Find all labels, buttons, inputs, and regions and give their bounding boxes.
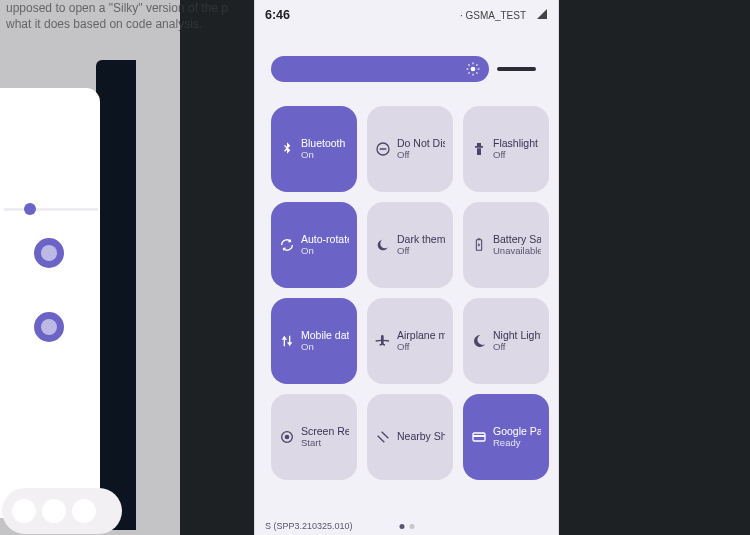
signal-icon [536,8,548,22]
tile-label: Do Not Distu [397,138,445,150]
footer-row: S (SPP3.210325.010) [255,517,558,535]
bg-slider-track [4,208,98,211]
tile-label: Mobile data [301,330,349,342]
svg-point-0 [471,67,476,72]
svg-line-7 [468,72,469,73]
tile-label: Flashlight [493,138,538,150]
tile-bluetooth[interactable]: Bluetooth On [271,106,357,192]
tile-do-not-disturb[interactable]: Do Not Distu Off [367,106,453,192]
background-article-text: upposed to open a "Silky" version of the… [6,0,228,32]
tile-status: Off [493,149,538,160]
page-dot-2 [409,524,414,529]
tile-mobile-data[interactable]: Mobile data On [271,298,357,384]
svg-line-8 [476,64,477,65]
tile-status: Off [397,245,445,256]
svg-line-6 [476,72,477,73]
tile-status: Off [397,341,445,352]
background-device-edge [96,60,136,530]
tile-night-light[interactable]: Night Light Off [463,298,549,384]
brightness-icon [463,59,483,79]
status-bar: 6:46 · GSMA_TEST [255,0,558,26]
tile-battery-saver[interactable]: Battery Save Unavailable [463,202,549,288]
status-time: 6:46 [265,8,290,22]
tile-screen-record[interactable]: Screen Reco Start [271,394,357,480]
tile-status: Off [493,341,541,352]
tile-status: On [301,245,349,256]
tiles-grid: Bluetooth On Do Not Distu Off Flashlight… [255,92,558,480]
bg-circle-b [34,312,64,342]
tile-label: Auto-rotate [301,234,349,246]
status-carrier: · GSMA_TEST [460,10,526,21]
brightness-remaining-track [497,67,536,71]
tile-google-pay[interactable]: Google Pay Ready [463,394,549,480]
svg-line-5 [468,64,469,65]
tile-nearby-share[interactable]: Nearby Shar [367,394,453,480]
tile-label: Bluetooth [301,138,345,150]
bg-circle-a [34,238,64,268]
tile-status: On [301,341,349,352]
tile-status: Start [301,437,349,448]
brightness-slider[interactable] [271,56,489,82]
tile-label: Airplane mo [397,330,445,342]
tile-flashlight[interactable]: Flashlight Off [463,106,549,192]
tile-status: Ready [493,437,541,448]
tile-status: Off [397,149,445,160]
tile-auto-rotate[interactable]: Auto-rotate On [271,202,357,288]
page-dot-1 [399,524,404,529]
dark-theme-icon [375,237,391,253]
bg-pill-row [2,488,122,534]
screen-record-icon [279,429,295,445]
tile-dark-theme[interactable]: Dark theme Off [367,202,453,288]
page-indicator[interactable] [399,524,414,529]
build-label: S (SPP3.210325.010) [265,521,353,531]
tile-label: Dark theme [397,234,445,246]
flashlight-icon [471,141,487,157]
quick-settings-panel: 6:46 · GSMA_TEST [255,0,558,535]
tile-label: Night Light [493,330,541,342]
bg-slider-knob [24,203,36,215]
nearby-share-icon [375,429,391,445]
brightness-row [271,56,542,82]
rotate-icon [279,237,295,253]
airplane-icon [375,333,391,349]
battery-saver-icon [471,237,487,253]
google-pay-icon [471,429,487,445]
bluetooth-icon [279,141,295,157]
tile-label: Battery Save [493,234,541,246]
tile-label: Google Pay [493,426,541,438]
tile-status: Unavailable [493,245,541,256]
tile-label: Nearby Shar [397,431,445,443]
tile-airplane-mode[interactable]: Airplane mo Off [367,298,453,384]
dnd-icon [375,141,391,157]
tile-label: Screen Reco [301,426,349,438]
night-light-icon [471,333,487,349]
tile-status: On [301,149,345,160]
mobile-data-icon [279,333,295,349]
background-side-panel [0,88,100,518]
